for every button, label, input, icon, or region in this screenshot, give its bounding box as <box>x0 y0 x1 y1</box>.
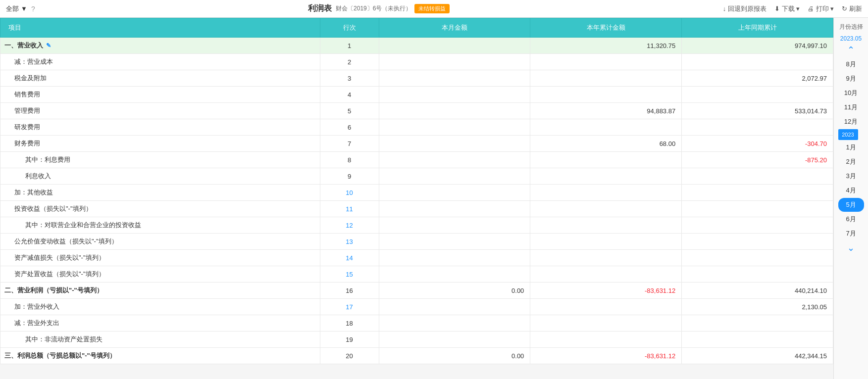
table-row: 公允价值变动收益（损失以"-"填列）13 <box>0 234 833 250</box>
table-row: 其中：对联营企业和合营企业的投资收益12 <box>0 217 833 234</box>
prior-ytd-amount: 2,130.05 <box>682 299 833 315</box>
ytd-amount <box>530 250 682 266</box>
report-subtitle: 财会〔2019〕6号（未执行） <box>336 4 411 13</box>
item-cell: 加：营业外收入 <box>0 299 320 315</box>
prior-ytd-amount <box>682 266 833 283</box>
current-month-amount <box>379 38 530 54</box>
month-item[interactable]: 3月 <box>838 169 864 183</box>
ytd-amount <box>530 119 682 136</box>
ytd-amount: -83,631.12 <box>530 348 682 364</box>
ytd-amount <box>530 332 682 348</box>
prior-ytd-amount: -875.20 <box>682 152 833 168</box>
item-cell: 一、营业收入✎ <box>0 38 320 54</box>
download-button[interactable]: ⬇ 下载 ▾ <box>774 4 800 13</box>
print-button[interactable]: 🖨 打印 ▾ <box>808 4 834 13</box>
month-up-arrow[interactable]: ⌃ <box>846 43 856 57</box>
current-month-amount <box>379 266 530 283</box>
row-number: 13 <box>320 234 379 250</box>
header-prior-ytd: 上年同期累计 <box>682 18 833 38</box>
current-month-amount <box>379 87 530 103</box>
month-item[interactable]: 11月 <box>838 100 864 114</box>
item-cell: 税金及附加 <box>0 70 320 87</box>
header-current-month: 本月金额 <box>379 18 530 38</box>
current-month-amount <box>379 315 530 332</box>
table-row: 资产减值损失（损失以"-"填列）14 <box>0 250 833 266</box>
current-month-amount <box>379 299 530 315</box>
prior-ytd-amount <box>682 250 833 266</box>
row-number: 20 <box>320 348 379 364</box>
month-item[interactable]: 2月 <box>838 155 864 169</box>
prior-ytd-amount <box>682 54 833 70</box>
report-title: 利润表 <box>308 3 332 14</box>
month-item[interactable]: 7月 <box>838 227 864 240</box>
current-month-amount <box>379 185 530 201</box>
prior-ytd-amount <box>682 315 833 332</box>
current-month-amount <box>379 70 530 87</box>
edit-icon[interactable]: ✎ <box>46 42 51 49</box>
month-item[interactable]: 4月 <box>838 184 864 197</box>
month-item[interactable]: 5月 <box>838 198 864 212</box>
ytd-amount <box>530 234 682 250</box>
current-month-amount <box>379 136 530 152</box>
current-month-amount <box>379 234 530 250</box>
ytd-amount: 94,883.87 <box>530 103 682 119</box>
ytd-amount <box>530 217 682 234</box>
scope-label: 全部 <box>6 4 19 13</box>
table-row: 财务费用768.00-304.70 <box>0 136 833 152</box>
table-row: 其中：非流动资产处置损失19 <box>0 332 833 348</box>
ytd-amount: -83,631.12 <box>530 283 682 299</box>
main-container: 项目 行次 本月金额 本年累计金额 上年同期累计 一、营业收入✎111,320.… <box>0 18 868 379</box>
month-item[interactable]: 10月 <box>838 86 864 100</box>
table-row: 一、营业收入✎111,320.75974,997.10 <box>0 38 833 54</box>
prior-ytd-amount <box>682 185 833 201</box>
prior-ytd-amount <box>682 168 833 185</box>
row-number: 14 <box>320 250 379 266</box>
table-row: 税金及附加32,072.97 <box>0 70 833 87</box>
right-panel: 月份选择 2023.05 ⌃ 8月9月10月11月12月20231月2月3月4月… <box>833 18 868 379</box>
scope-dropdown[interactable]: 全部 ▼ <box>6 4 27 13</box>
current-month-amount <box>379 250 530 266</box>
item-cell: 资产处置收益（损失以"-"填列） <box>0 266 320 283</box>
ytd-amount: 68.00 <box>530 136 682 152</box>
prior-ytd-amount: 533,014.73 <box>682 103 833 119</box>
month-down-arrow[interactable]: ⌄ <box>846 241 856 255</box>
ytd-amount <box>530 299 682 315</box>
month-item[interactable]: 9月 <box>838 72 864 86</box>
current-month-amount <box>379 54 530 70</box>
month-item[interactable]: 1月 <box>838 141 864 154</box>
ytd-amount <box>530 185 682 201</box>
item-cell: 资产减值损失（损失以"-"填列） <box>0 250 320 266</box>
row-number: 7 <box>320 136 379 152</box>
current-month-amount <box>379 201 530 217</box>
current-month-amount <box>379 217 530 234</box>
item-cell: 投资收益（损失以"-"填列） <box>0 201 320 217</box>
back-to-original-button[interactable]: ↓ 回退到原报表 <box>723 4 766 13</box>
item-cell: 公允价值变动收益（损失以"-"填列） <box>0 234 320 250</box>
row-number: 5 <box>320 103 379 119</box>
row-number: 19 <box>320 332 379 348</box>
month-item[interactable]: 6月 <box>838 212 864 226</box>
item-cell: 加：其他收益 <box>0 185 320 201</box>
row-number: 4 <box>320 87 379 103</box>
current-month-amount <box>379 103 530 119</box>
item-cell: 研发费用 <box>0 119 320 136</box>
row-number: 11 <box>320 201 379 217</box>
title-area: 利润表 财会〔2019〕6号（未执行） 未结转损益 <box>308 3 450 14</box>
item-cell: 其中：非流动资产处置损失 <box>0 332 320 348</box>
ytd-amount <box>530 87 682 103</box>
ytd-amount: 11,320.75 <box>530 38 682 54</box>
table-row: 管理费用594,883.87533,014.73 <box>0 103 833 119</box>
month-item[interactable]: 12月 <box>838 115 864 129</box>
prior-ytd-amount <box>682 217 833 234</box>
month-selector-title: 月份选择 <box>837 20 865 34</box>
ytd-amount <box>530 168 682 185</box>
row-number: 17 <box>320 299 379 315</box>
month-item[interactable]: 8月 <box>838 57 864 71</box>
row-number: 3 <box>320 70 379 87</box>
table-row: 其中：利息费用8-875.20 <box>0 152 833 168</box>
refresh-button[interactable]: ↻ 刷新 <box>842 4 862 13</box>
year-marker: 2023 <box>838 129 858 140</box>
help-icon[interactable]: ? <box>31 5 35 13</box>
table-header-row: 项目 行次 本月金额 本年累计金额 上年同期累计 <box>0 18 833 38</box>
ytd-amount <box>530 266 682 283</box>
